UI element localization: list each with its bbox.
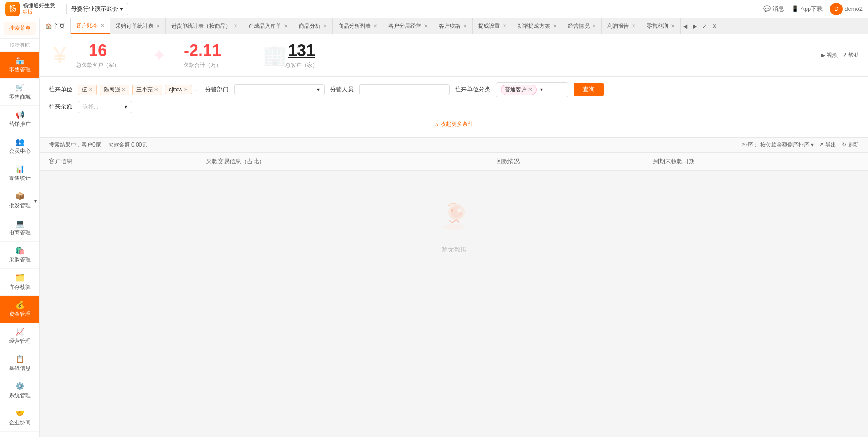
sidebar-item-basic-info[interactable]: 📋 基础信息 [0,350,39,377]
tab-customer-contact-close[interactable]: ✕ [463,24,467,28]
sidebar-item-purchase[interactable]: 🛍️ 采购管理 [0,242,39,269]
balance-filter-select[interactable]: 选择... ▾ [78,101,132,113]
filter-tag-wang: 王小亮 ✕ [132,85,162,95]
tab-promotion-settings-close[interactable]: ✕ [503,24,506,28]
tab-new-promotion[interactable]: 新增提成方案 ✕ [512,18,562,34]
tab-product-analysis-close[interactable]: ✕ [323,24,327,28]
filter-tag-chen-close[interactable]: ✕ [121,87,125,93]
export-icon: ↗ [819,142,824,148]
help-button[interactable]: ? 帮助 [843,52,859,59]
sidebar-item-inventory[interactable]: 🗂️ 库存核算 [0,269,39,296]
messages-label: 消息 [772,5,784,13]
svg-point-3 [457,208,462,213]
sidebar-item-retail-mall[interactable]: 🛒 零售商城 [0,79,39,106]
messages-button[interactable]: 💬 消息 [763,5,784,13]
tab-purchase-orders-close[interactable]: ✕ [156,24,160,28]
chevron-down-icon: ▾ [120,5,123,12]
filter-tag-cjttcw: cjttcw ✕ [165,85,192,94]
video-button[interactable]: ▶ 视频 [821,52,838,59]
tab-customer-segment-close[interactable]: ✕ [424,24,427,28]
tab-customer-contact[interactable]: 客户联络 ✕ [433,18,473,34]
tab-close-all[interactable]: ✕ [710,18,719,34]
sidebar-item-retail-stats[interactable]: 📊 零售统计 [0,160,39,187]
tab-operations-close[interactable]: ✕ [592,24,596,28]
person-filter-select[interactable]: ··· [359,84,450,95]
tab-accounts[interactable]: 客户账本 ✕ [71,18,110,34]
filter-tag-wu: 伍 ✕ [78,85,97,95]
tab-bar: 🏠 首页 客户账本 ✕ 采购订单统计表 ✕ 进货单统计表（按商品） ✕ 产成品入… [40,18,868,34]
tab-retail-profit[interactable]: 零售利润 ✕ [641,18,681,34]
category-filter-label: 往来单位分类 [455,86,490,94]
stat-overdue-amount-label: 欠款合计（万） [183,62,221,69]
search-menu-button[interactable]: 搜索菜单 [4,22,36,35]
tab-purchase-orders[interactable]: 采购订单统计表 ✕ [110,18,166,34]
export-button[interactable]: ↗ 导出 [819,141,836,149]
sidebar-item-enterprise-coop[interactable]: 🤝 企业协同 [0,404,39,432]
tab-product-analysis-list[interactable]: 商品分析列表 ✕ [333,18,383,34]
tab-promotion-settings[interactable]: 提成设置 ✕ [473,18,512,34]
collapse-area: ∧ 收起更多条件 [49,117,859,132]
sidebar-item-retail[interactable]: 🏪 零售管理 [0,52,39,79]
sidebar-item-finance[interactable]: 💰 资金管理 [0,296,39,323]
query-button[interactable]: 查询 [574,83,604,96]
wholesale-icon: 📦 [15,192,24,200]
sidebar-item-enterprise-coop-label: 企业协同 [9,419,31,427]
tab-scroll-left[interactable]: ◀ [681,18,690,34]
stats-bar: ¥ 16 总欠款客户（家） ✦ -2.11 欠款合计（万） 🏢 131 总客户（… [40,34,868,77]
tab-maximize[interactable]: ⤢ [700,18,710,34]
dept-filter-more[interactable]: ··· [311,86,315,93]
sidebar-item-operations[interactable]: 📈 经营管理 [0,323,39,350]
sidebar-item-operations-label: 经营管理 [9,337,31,345]
filter-tag-cjttcw-close[interactable]: ✕ [184,87,188,93]
tab-customer-segment[interactable]: 客户分层经营 ✕ [383,18,433,34]
filter-tag-wang-close[interactable]: ✕ [154,87,158,93]
tab-purchase-stats[interactable]: 进货单统计表（按商品） ✕ [166,18,243,34]
stats-actions: ▶ 视频 ? 帮助 [821,52,859,59]
main-layout: 搜索菜单 快捷导航 🏪 零售管理 🛒 零售商城 📢 营销推广 👥 会员中心 📊 … [0,18,868,437]
sidebar-item-system[interactable]: ⚙️ 系统管理 [0,377,39,404]
refresh-button[interactable]: ↻ 刷新 [842,141,859,149]
tab-product-analysis-list-close[interactable]: ✕ [374,24,377,28]
tab-product-entry-close[interactable]: ✕ [284,24,288,28]
sidebar-item-newbie[interactable]: 🎯 新手引导 [0,432,39,437]
sort-select[interactable]: 排序： 按欠款金额倒序排序 ▾ [742,141,814,149]
category-filter-select[interactable]: 普通客户 ✕ ▾ [496,82,568,97]
tab-accounts-close[interactable]: ✕ [101,23,104,28]
collapse-button[interactable]: ∧ 收起更多条件 [435,120,473,128]
sidebar-item-marketing[interactable]: 📢 营销推广 [0,106,39,133]
tab-retail-profit-close[interactable]: ✕ [671,24,675,28]
tab-customer-segment-label: 客户分层经营 [388,22,421,30]
sidebar-item-ecommerce[interactable]: 💻 电商管理 [0,214,39,242]
tab-accounts-label: 客户账本 [76,22,98,29]
person-filter-more[interactable]: ··· [440,86,445,93]
app-download-button[interactable]: 📱 App下载 [791,5,823,13]
sidebar-item-member-label: 会员中心 [9,147,31,155]
filter-tag-chen: 陈民强 ✕ [100,85,129,95]
tab-product-analysis[interactable]: 商品分析 ✕ [293,18,333,34]
tab-operations[interactable]: 经营情况 ✕ [562,18,602,34]
sidebar-item-quick-nav: 快捷导航 [0,39,39,52]
tab-new-promotion-close[interactable]: ✕ [553,24,556,28]
stat-overdue-amount-value: -2.11 [184,42,221,60]
store-selector[interactable]: 母婴行业演示账套 ▾ [66,3,128,15]
tab-profit-report[interactable]: 利润报告 ✕ [602,18,641,34]
filter-tag-wu-close[interactable]: ✕ [89,87,93,93]
top-bar-right: 💬 消息 📱 App下载 D demo2 [763,3,863,15]
help-label: 帮助 [848,52,859,59]
dept-filter-select[interactable]: ··· ▾ [234,84,325,95]
ecommerce-icon: 💻 [15,219,24,228]
tab-home[interactable]: 🏠 首页 [40,18,71,34]
sidebar-item-member[interactable]: 👥 会员中心 [0,133,39,160]
stat-overdue-customers-label: 总欠款客户（家） [76,62,120,69]
tab-scroll-right[interactable]: ▶ [690,18,700,34]
logo-text-block: 畅捷通好生意 标版 [23,2,55,15]
tab-profit-report-close[interactable]: ✕ [632,24,635,28]
filter-more-tags[interactable]: ··· [195,86,200,93]
tab-purchase-stats-close[interactable]: ✕ [234,24,237,28]
sidebar-item-wholesale[interactable]: 📦 批发管理 [0,187,39,214]
category-tag-normal-close[interactable]: ✕ [528,86,532,93]
tab-promotion-settings-label: 提成设置 [478,22,500,30]
user-menu[interactable]: D demo2 [830,3,863,15]
tab-product-entry[interactable]: 产成品入库单 ✕ [243,18,293,34]
marketing-icon: 📢 [15,110,24,119]
